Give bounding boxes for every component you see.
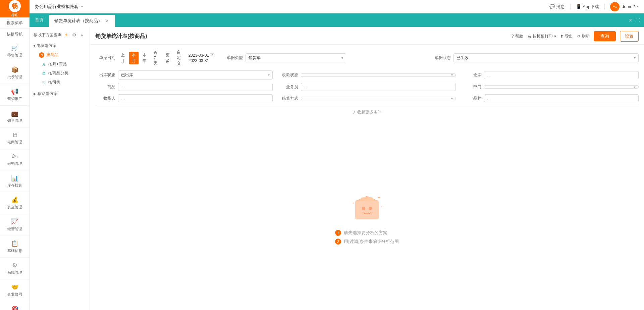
- desktop-group-label: 电脑端方案: [37, 43, 57, 49]
- corp-icon: 🤝: [11, 283, 18, 291]
- payment-method-select[interactable]: ▾: [301, 97, 455, 100]
- sidebar-item-finance[interactable]: 💰 资金管理: [0, 192, 29, 214]
- help-btn[interactable]: ? 帮助: [512, 34, 523, 39]
- operation-label: 经营管理: [7, 226, 22, 231]
- system-icon: ⚙: [12, 262, 17, 269]
- shortcut-nav-label: 快捷导航: [7, 32, 23, 37]
- payment-status-label: 收款状态: [278, 72, 301, 78]
- by-category-icon: 类: [42, 71, 46, 76]
- settings-button[interactable]: 设置: [620, 31, 639, 42]
- payment-status-select[interactable]: ▾: [301, 73, 455, 77]
- refresh-btn[interactable]: ↻ 刷新: [577, 34, 590, 39]
- expand-icon[interactable]: ⛶: [635, 17, 640, 23]
- date-shortcuts: 上月 本月 本年 近7天 更多 自定义: [118, 49, 186, 67]
- mobile-scheme-group: ▶ 移动端方案: [30, 88, 90, 99]
- warehouse-input[interactable]: …: [484, 71, 639, 79]
- custom-date-btn[interactable]: 自定义: [174, 49, 186, 67]
- mobile-group-arrow: ▶: [34, 92, 36, 96]
- logo-icon: 畅: [9, 0, 21, 12]
- sidebar-item-retail[interactable]: 🛒 零售管理: [0, 40, 29, 62]
- receiver-input[interactable]: …: [118, 94, 273, 102]
- receiver-label: 收货人: [95, 96, 118, 101]
- export-icon: ⬆: [560, 34, 564, 39]
- scheme-by-category[interactable]: 类 按商品分类: [30, 69, 90, 78]
- scheme-by-month-product[interactable]: 月 按月+商品: [30, 60, 90, 69]
- collapse-panel-btn[interactable]: «: [79, 32, 86, 38]
- empty-illustration: ✦ ✦ ✦: [347, 184, 387, 224]
- msg-icon: 💬: [549, 4, 555, 9]
- sidebar-item-basic[interactable]: 📋 基础信息: [0, 236, 29, 258]
- more-date-btn[interactable]: 更多: [163, 52, 173, 64]
- dept-select[interactable]: ▾: [484, 85, 639, 89]
- add-scheme-btn[interactable]: +: [63, 32, 69, 38]
- by-cashier-label: 按司机: [48, 80, 60, 85]
- dept-arrow: ▾: [634, 85, 636, 89]
- out-status-select[interactable]: 已出库 ▾: [118, 70, 273, 80]
- marketing-label: 营销推广: [7, 96, 22, 101]
- last-month-btn[interactable]: 上月: [118, 52, 128, 64]
- tab-sales-stat[interactable]: 销货单统计表（按商品） ✕: [49, 15, 115, 27]
- sidebar-item-wholesale[interactable]: 📦 批发管理: [0, 62, 29, 84]
- page-actions: ? 帮助 🖨 按模板打印 ▾ ⬆ 导出 ↻ 刷新: [512, 31, 639, 42]
- search-menu-label: 搜索菜单: [7, 20, 23, 26]
- current-year-btn[interactable]: 本年: [140, 52, 150, 64]
- close-all-icon[interactable]: ✕: [629, 17, 633, 23]
- collapse-filter-label: 收起更多条件: [357, 109, 381, 115]
- product-label: 商品: [95, 84, 118, 90]
- doc-status-select[interactable]: 已生效 ▾: [453, 53, 639, 62]
- doc-type-select[interactable]: 销货单 ▾: [246, 53, 346, 62]
- search-menu-item[interactable]: 搜索菜单: [0, 17, 29, 29]
- mobile-group-title[interactable]: ▶ 移动端方案: [30, 90, 90, 98]
- collapse-filter-btn[interactable]: ∧ 收起更多条件: [95, 107, 639, 117]
- shortcut-nav-item[interactable]: 快捷导航: [0, 29, 29, 40]
- sidebar-item-purchase[interactable]: 🛍 采购管理: [0, 149, 29, 170]
- topbar-right: 💬 消息 📱 App下载 Ea demo2 ▾: [549, 2, 639, 11]
- sidebar-item-inventory[interactable]: 📊 库存核算: [0, 170, 29, 192]
- scheme-by-cashier[interactable]: 司 按司机: [30, 78, 90, 87]
- app-download-btn[interactable]: 📱 App下载: [576, 4, 605, 10]
- sidebar-item-system[interactable]: ⚙ 系统管理: [0, 258, 29, 279]
- brand-input[interactable]: …: [484, 94, 639, 102]
- sidebar-item-corp[interactable]: 🤝 企业协同: [0, 279, 29, 301]
- tab-home[interactable]: 首页: [30, 13, 49, 27]
- sidebar-item-ecommerce[interactable]: 🖥 电商管理: [0, 127, 29, 149]
- desktop-group-title[interactable]: ▾ 电脑端方案: [30, 42, 90, 50]
- by-cashier-icon: 司: [42, 80, 46, 85]
- product-input[interactable]: …: [118, 83, 273, 91]
- export-btn[interactable]: ⬆ 导出: [560, 34, 573, 39]
- doc-type-label: 单据类型: [223, 55, 246, 61]
- warehouse-label: 仓库: [461, 72, 484, 78]
- hint-1-num: 1: [335, 230, 341, 236]
- industry-label: 办公用品行业模拟账套: [35, 4, 78, 10]
- svg-text:✦: ✦: [352, 201, 355, 205]
- template-print-btn[interactable]: 🖨 按模板打印 ▾: [527, 34, 556, 39]
- last7days-btn[interactable]: 近7天: [151, 49, 162, 67]
- sidebar-item-marketing[interactable]: 📢 营销推广: [0, 84, 29, 106]
- sidebar-item-operation[interactable]: 📈 经营管理: [0, 214, 29, 236]
- filter-area: 单据日期 上月 本月 本年 近7天 更多 自定义 2023-03-01 至: [90, 45, 644, 121]
- content-area: 按以下方案查询 + ⚙ « ▾ 电脑端方案 按 按商品 月 按月+: [30, 27, 644, 310]
- receiver-more-icon: …: [121, 96, 125, 101]
- app-logo: 畅 标账: [0, 0, 30, 17]
- system-label: 系统管理: [7, 270, 22, 275]
- finance-label: 资金管理: [7, 205, 22, 210]
- out-status-value: 已出库: [121, 72, 133, 78]
- payment-method-arrow: ▾: [451, 97, 453, 100]
- by-category-label: 按商品分类: [48, 70, 68, 76]
- date-range-display: 2023-03-01 至 2023-03-31: [189, 53, 223, 63]
- sidebar-item-newbie[interactable]: 🎯 新手引导: [0, 301, 29, 310]
- empty-hint-1: 1 请先选择要分析的方案: [335, 230, 398, 236]
- tab-close-btn[interactable]: ✕: [104, 18, 110, 23]
- user-menu[interactable]: Ea demo2 ▾: [610, 2, 639, 11]
- sidebar-item-sales[interactable]: 💼 销售管理: [0, 106, 29, 127]
- staff-input[interactable]: …: [301, 83, 455, 91]
- query-button[interactable]: 查询: [594, 31, 616, 41]
- industry-dropdown-arrow[interactable]: ▾: [81, 5, 83, 8]
- scheme-by-product[interactable]: 按 按商品: [30, 50, 90, 60]
- current-month-btn[interactable]: 本月: [129, 52, 139, 64]
- settings-scheme-btn[interactable]: ⚙: [71, 32, 77, 38]
- page-header: 销货单统计表(按商品) ? 帮助 🖨 按模板打印 ▾ ⬆ 导出: [90, 27, 644, 45]
- svg-text:✦: ✦: [377, 195, 381, 200]
- desktop-scheme-group: ▾ 电脑端方案 按 按商品 月 按月+商品 类 按商品分类 司 按司机: [30, 40, 90, 88]
- msg-btn[interactable]: 💬 消息: [549, 4, 571, 10]
